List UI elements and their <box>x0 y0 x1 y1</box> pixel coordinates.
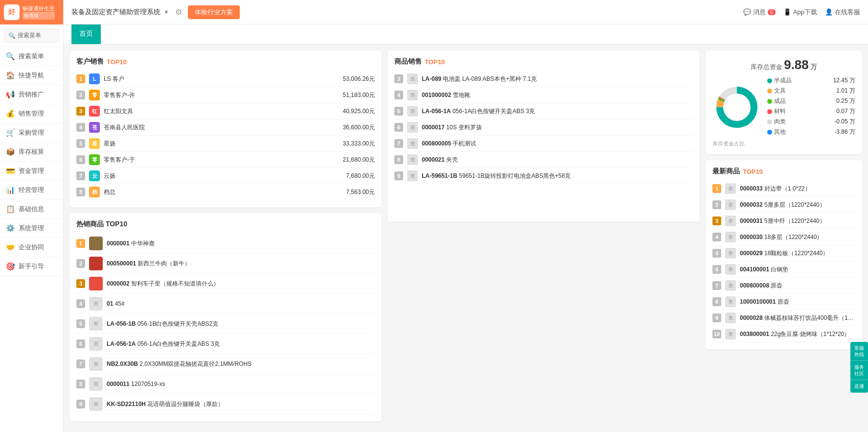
rank-number: 4 <box>76 123 85 132</box>
product-rank-row: 8 图 0000021 夹壳 <box>394 152 693 168</box>
col-left: 客户销售 TOP10 1 L LS 客户 53,006.26元 2 零 零售客户… <box>69 50 382 426</box>
product-rank-row: 4 图 001000002 雪地靴 <box>394 87 693 103</box>
tab-home[interactable]: 首页 <box>71 24 101 44</box>
sidebar-item-system[interactable]: ⚙️系统管理 <box>0 219 63 238</box>
sidebar-item-inventory[interactable]: 📦库存核算 <box>0 143 63 162</box>
sidebar-item-collab[interactable]: 🤝企业协同 <box>0 238 63 257</box>
nav-label: 企业协同 <box>19 243 44 252</box>
legend-color <box>767 130 772 135</box>
newest-product-row: 9 图 0000028 体械荔枝味苏打饮品400毫升（1*15） <box>712 310 855 326</box>
newest-product-row: 4 图 0000030 18多层（1220*2440） <box>712 229 855 245</box>
product-rank-row: 5 图 LA-056-1A 056-1A白色按键开关盖ABS 3克 <box>394 103 693 120</box>
basic-icon: 📋 <box>6 205 15 214</box>
customer-rank-row: 2 零 零售客户-许 51,183.00元 <box>76 87 375 103</box>
col-mid: 商品销售 TOP10 3 图 LA-089 电池盖 LA-089 ABS本色+黑… <box>388 50 700 426</box>
sidebar-item-purchase[interactable]: 🛒采购管理 <box>0 123 63 143</box>
mobile-icon: 📱 <box>783 8 791 16</box>
sidebar-item-finance[interactable]: 💳资金管理 <box>0 162 63 181</box>
sidebar-item-operations[interactable]: 📊经营管理 <box>0 181 63 200</box>
legend-color <box>767 109 772 114</box>
legend-item: 半成品 12.45 万 <box>767 76 855 85</box>
rank-number: 4 <box>712 233 721 241</box>
product-image: 图 <box>407 138 418 149</box>
hot-product-row: 5 图 LA-056-1B 056-1B白色按键开关壳ABS2克 <box>76 314 375 334</box>
product-rank-title: 商品销售 TOP10 <box>394 57 693 66</box>
hot-product-info: NB2.0X30B 2.0X30MM双搓花轴搓花直径2.1MM/ROHS <box>107 360 375 368</box>
inventory-label: 库存资金占比 <box>712 140 855 147</box>
logo-badge: 标准版 <box>23 12 55 20</box>
product-image: 图 <box>407 122 418 133</box>
customer-rank-row: 1 L LS 客户 53,006.26元 <box>76 71 375 87</box>
customer-rank-row: 4 苍 苍南县人民医院 36,600.00元 <box>76 120 375 136</box>
sidebar-item-marketing[interactable]: 📢营销推广 <box>0 85 63 104</box>
customer-rank-row: 6 零 零售客户-于 21,680.00元 <box>76 152 375 168</box>
top10-badge: TOP10 <box>107 58 127 66</box>
hot-product-row: 1 0000001 中华神鹿 <box>76 234 375 254</box>
newest-product-row: 2 图 0000032 5厘多层（1220*2440） <box>712 197 855 213</box>
nav-label: 新手引导 <box>19 262 44 271</box>
hot-product-info: KK-SD22110H 花语萌值温分腿睡袋（厚款） <box>107 400 375 408</box>
rank-number: 1 <box>76 74 85 83</box>
topbar: 装备及固定资产辅助管理系统 ▼ ⚙ 体验行业方案 💬 消息 6 📱 App下载 … <box>64 0 868 24</box>
legend-value: -0.05 万 <box>834 118 855 126</box>
sidebar-item-basic[interactable]: 📋基础信息 <box>0 200 63 219</box>
trial-button[interactable]: 体验行业方案 <box>188 5 240 19</box>
rank-number: 7 <box>76 360 85 368</box>
hot-product-image: 图 <box>89 357 103 371</box>
inventory-card: 库存总资金 9.88 万 <box>706 50 862 154</box>
sidebar-item-search[interactable]: 🔍搜索菜单 <box>0 47 63 66</box>
logo-text: 畅捷通好生意 <box>23 5 55 12</box>
customer-avatar: 红 <box>89 106 100 117</box>
message-label: 消息 <box>753 8 766 17</box>
legend-item: 其他 -3.86 万 <box>767 128 855 136</box>
online-service-button[interactable]: 👤 在线客服 <box>825 8 860 17</box>
settings-icon[interactable]: ⚙ <box>175 7 182 17</box>
newest-product-info: 10000100001 原壶 <box>740 298 855 306</box>
newest-product-info: 0000032 5厘多层（1220*2440） <box>740 201 855 209</box>
newest-product-row: 3 图 0000031 5厘中纤（1220*2440） <box>712 213 855 229</box>
customer-rank-title: 客户销售 TOP10 <box>76 57 375 66</box>
app-download-button[interactable]: 📱 App下载 <box>783 8 817 17</box>
customer-amount: 40,925.00元 <box>343 107 375 116</box>
sidebar-item-quicknav[interactable]: 🏠快捷导航 <box>0 66 63 85</box>
message-button[interactable]: 💬 消息 6 <box>743 8 776 17</box>
float-button[interactable]: 客服 热线 <box>850 342 868 361</box>
customer-avatar: 档 <box>89 187 100 197</box>
app-label: App下载 <box>793 8 817 17</box>
legend-label: 文具 <box>774 87 836 95</box>
product-thumb: 图 <box>725 232 736 242</box>
inventory-chart-area: 半成品 12.45 万 文具 1.01 万 成品 0.25 万 材料 0.07 … <box>712 76 855 138</box>
nav-label: 快捷导航 <box>19 71 44 80</box>
float-button[interactable]: 直播 <box>850 380 868 393</box>
rank-number: 7 <box>712 281 721 290</box>
product-info: LA-056-1A 056-1A白色按键开关盖ABS 3克 <box>422 107 693 116</box>
customer-name: 零售客户-许 <box>104 91 339 99</box>
legend-label: 其他 <box>774 128 834 136</box>
rank-number: 9 <box>712 313 721 322</box>
nav-label: 销售管理 <box>19 109 44 118</box>
customer-rank-card: 客户销售 TOP10 1 L LS 客户 53,006.26元 2 零 零售客户… <box>69 50 382 207</box>
newest-product-info: 004100001 白钢垫 <box>740 265 855 274</box>
nav-label: 采购管理 <box>19 128 44 137</box>
product-info: LA-089 电池盖 LA-089 ABS本色+黑种 7.1克 <box>422 75 693 83</box>
customer-rank-row: 7 云 云扬 7,680.00元 <box>76 168 375 184</box>
donut-chart <box>712 83 761 132</box>
sidebar-item-sales[interactable]: 💰销售管理 <box>0 104 63 123</box>
newest-product-row: 7 图 000800008 原壶 <box>712 278 855 294</box>
legend-item: 文具 1.01 万 <box>767 87 855 95</box>
dropdown-icon[interactable]: ▼ <box>163 9 169 16</box>
hot-product-info: 000500001 新西兰牛肉（新牛） <box>107 260 375 268</box>
hot-products-title: 热销商品 TOP10 <box>76 220 375 229</box>
inventory-unit: 万 <box>810 63 817 71</box>
inventory-amount: 9.88 <box>784 57 809 72</box>
product-info: 0000021 夹壳 <box>422 156 693 164</box>
page-content: 客户销售 TOP10 1 L LS 客户 53,006.26元 2 零 零售客户… <box>64 45 868 432</box>
quicknav-icon: 🏠 <box>6 71 15 80</box>
product-thumb: 图 <box>725 199 736 210</box>
rank-number: 3 <box>394 74 403 83</box>
float-button[interactable]: 服务 社区 <box>850 361 868 380</box>
sidebar-search-button[interactable]: 🔍 搜索菜单 <box>4 28 59 43</box>
product-rank-row: 7 图 000800005 手机测试 <box>394 136 693 152</box>
rank-number: 5 <box>712 249 721 258</box>
sidebar-item-guide[interactable]: 🎯新手引导 <box>0 257 63 276</box>
